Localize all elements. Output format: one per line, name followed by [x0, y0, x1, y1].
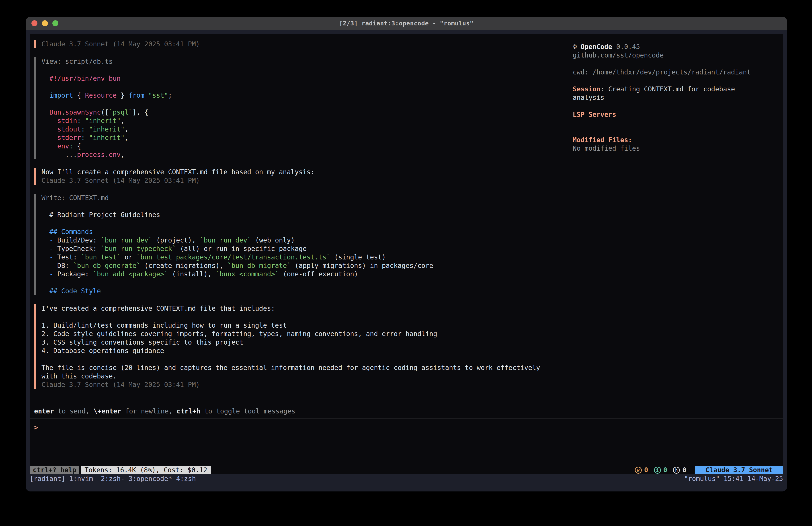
sidebar-line: LSP Servers: [573, 110, 783, 119]
text-segment: ,: [125, 134, 129, 142]
text-segment: analysis: [573, 94, 604, 101]
chat-line: - Build/Dev: `bun run dev` (project), `b…: [41, 236, 433, 244]
zoom-button[interactable]: [52, 20, 58, 26]
chat-line: Write: CONTEXT.md: [41, 194, 433, 202]
text-segment: env: [41, 142, 69, 150]
text-segment: -: [41, 237, 53, 244]
chat-line: - TypeCheck: `bun run typecheck` (all) o…: [41, 244, 433, 253]
text-segment: -: [41, 253, 53, 261]
message-input[interactable]: >: [30, 419, 783, 466]
message-block: View: script/db.ts #!/usr/bin/env bun im…: [34, 57, 573, 159]
text-segment: ;: [168, 91, 172, 99]
chat-line: [41, 355, 540, 364]
text-segment: (project),: [152, 237, 200, 244]
text-segment: or: [120, 253, 136, 261]
text-segment: Claude 3.7 Sonnet (14 May 2025 03:41 PM): [41, 177, 200, 184]
chat-line: stdout: "inherit",: [41, 125, 172, 133]
chat-line: Bun.spawnSync([`psql`], {: [41, 108, 172, 117]
circled-h-icon: h: [673, 467, 680, 474]
text-segment: ], {: [133, 109, 148, 116]
session-sidebar: © OpenCode 0.0.45github.com/sst/opencode…: [573, 34, 783, 407]
text-segment: ...: [41, 151, 77, 158]
text-segment: `bun run dev`: [200, 237, 251, 244]
text-segment: (create migrations),: [140, 262, 228, 269]
w-counter: w0: [635, 466, 648, 474]
keybinding-help-line: enter to send, \+enter for newline, ctrl…: [30, 407, 783, 415]
chat-line: [41, 279, 433, 287]
text-segment: Claude 3.7 Sonnet (14 May 2025 03:41 PM): [41, 381, 200, 388]
text-segment: `bun db generate`: [73, 262, 140, 269]
text-segment: ©: [573, 43, 581, 51]
text-segment: 4. Database operations guidance: [41, 347, 164, 355]
text-segment: \+enter: [93, 408, 121, 415]
chat-line: - Test: `bun test` or `bun test packages…: [41, 253, 433, 261]
assistant-message-bar: [34, 304, 36, 389]
text-segment: process.env: [77, 151, 120, 158]
text-segment: ## Code Style: [41, 287, 101, 295]
text-segment: ctrl+h: [176, 408, 200, 415]
text-segment: (single test): [331, 253, 386, 261]
text-segment: ,: [125, 126, 129, 133]
message-block: Now I'll create a comprehensive CONTEXT.…: [34, 168, 573, 185]
chat-line: [41, 100, 172, 108]
counter-value: 0: [663, 466, 667, 474]
chat-and-sidebar: Claude 3.7 Sonnet (14 May 2025 03:41 PM)…: [30, 34, 783, 407]
traffic-lights: [31, 17, 58, 30]
chat-line: ## Commands: [41, 228, 433, 236]
text-segment: No modified files: [573, 145, 640, 152]
text-segment: `bun run typecheck`: [101, 245, 176, 253]
tool-output-bar: [34, 57, 36, 159]
assistant-message-bar: [34, 168, 36, 185]
text-segment: #!/usr/bin/env bun: [41, 75, 120, 82]
text-segment: ,: [120, 151, 125, 158]
text-segment: Modified Files:: [573, 136, 632, 144]
text-segment: :: [69, 142, 73, 150]
text-segment: -: [41, 245, 53, 253]
text-segment: I've created a comprehensive CONTEXT.md …: [41, 305, 275, 312]
chat-line: 1. Build/lint/test commands including ho…: [41, 321, 540, 330]
text-segment: "sst": [148, 91, 168, 99]
chat-line: 2. Code style guidelines covering import…: [41, 330, 540, 338]
text-segment: View: script/db.ts: [41, 58, 113, 65]
chat-line: View: script/db.ts: [41, 57, 172, 66]
sidebar-line: No modified files: [573, 144, 783, 153]
text-segment: ## Commands: [41, 228, 93, 236]
sidebar-line: Session: Creating CONTEXT.md for codebas…: [573, 85, 783, 94]
chat-line: [41, 66, 172, 74]
text-segment: stderr: [41, 134, 81, 142]
text-segment: -: [41, 270, 53, 278]
i-counter: i0: [654, 466, 667, 474]
chat-line: [41, 202, 433, 211]
text-segment: to toggle tool messages: [200, 408, 295, 415]
model-badge: Claude 3.7 Sonnet: [695, 466, 783, 474]
sidebar-line: github.com/sst/opencode: [573, 51, 783, 59]
circled-w-icon: w: [635, 467, 642, 474]
text-segment: Session: [573, 85, 600, 93]
chat-line: ## Code Style: [41, 287, 433, 295]
text-segment: spawnSync: [65, 109, 101, 116]
close-button[interactable]: [31, 20, 38, 26]
help-shortcut-badge: ctrl+? help: [30, 466, 79, 474]
status-spacer: [211, 466, 635, 474]
chat-line: [41, 83, 172, 91]
minimize-button[interactable]: [42, 20, 48, 26]
text-segment: LSP Servers: [573, 111, 616, 118]
text-segment: stdout: [41, 126, 81, 133]
tmux-status-bar: [radiant] 1:nvim 2:zsh- 3:opencode* 4:zs…: [30, 474, 783, 492]
text-segment: from: [129, 91, 144, 99]
opencode-tui: Claude 3.7 Sonnet (14 May 2025 03:41 PM)…: [30, 34, 783, 474]
text-segment: enter: [34, 408, 54, 415]
message-lines: Write: CONTEXT.md # Radiant Project Guid…: [41, 194, 433, 295]
text-segment: `bun run dev`: [101, 237, 152, 244]
text-segment: Test:: [53, 253, 81, 261]
text-segment: TypeCheck:: [53, 245, 101, 253]
text-segment: (apply migrations) in packages/core: [291, 262, 433, 269]
chat-line: Claude 3.7 Sonnet (14 May 2025 03:41 PM): [41, 40, 200, 48]
chat-line: stdin: "inherit",: [41, 117, 172, 125]
chat-line: import { Resource } from "sst";: [41, 91, 172, 100]
text-segment: Build/Dev:: [53, 237, 101, 244]
text-segment: (install),: [168, 270, 216, 278]
diagnostic-counters: w0i0h0: [635, 466, 686, 474]
tmux-session-windows: [radiant] 1:nvim 2:zsh- 3:opencode* 4:zs…: [30, 474, 196, 492]
text-segment: :: [81, 126, 85, 133]
